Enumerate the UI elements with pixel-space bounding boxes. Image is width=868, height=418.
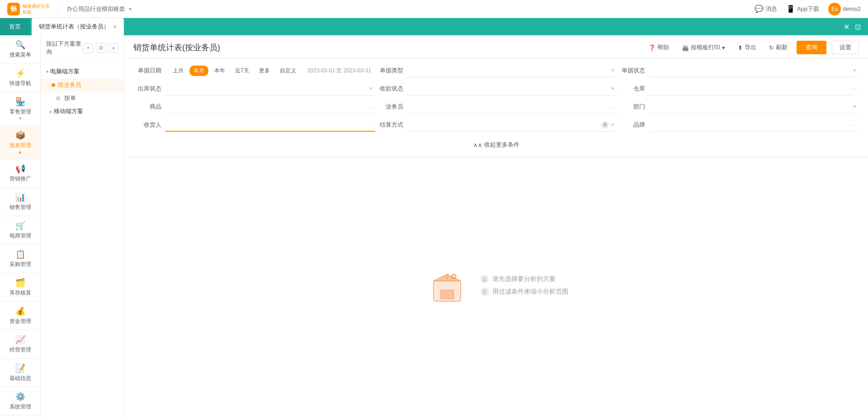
sidebar-item-finance[interactable]: 💰 资金管理 [0,302,40,330]
payment-status-input-wrap[interactable]: ▾ [407,82,617,95]
sidebar-item-retail[interactable]: 🏪 零售管理 ▾ [0,92,40,126]
sidebar-item-system[interactable]: ⚙️ 系统管理 [0,387,40,416]
top-nav-right: 💬 消息 📱 App下载 Ea demo2 [755,3,861,15]
tab-home[interactable]: 首页 [0,18,30,35]
collapse-area: ∧∧ 收起更多条件 [133,136,859,152]
settlement-clear-icon[interactable]: ✕ [601,121,609,128]
settlement-input-wrap[interactable]: ✕ ▾ [407,118,617,132]
quick-icon: ⚡ [15,68,25,78]
doc-type-input-wrap[interactable]: ▾ [407,64,617,77]
salesperson-input-wrap[interactable]: ··· [407,100,617,114]
out-status-section: 出库状态 ▾ [133,82,375,95]
top-nav: 畅 畅捷通好生意 标版 办公用品行业模拟账套 ▾ 💬 消息 📱 App下载 Ea… [0,0,868,18]
refresh-label: 刷新 [776,43,788,52]
sidebar-item-ecommerce[interactable]: 🛒 电商管理 [0,216,40,245]
receiver-input-wrap[interactable]: ··· [165,118,375,132]
page-actions: ❓ 帮助 🖨️ 按模板打印 ▾ ⬆ 导出 ↻ 刷新 [645,41,859,54]
window-close-icon[interactable]: ✕ [844,23,849,31]
sidebar-item-operations[interactable]: 📈 经营管理 [0,330,40,359]
export-label: 导出 [745,43,756,52]
schema-item-by-salesperson-label: 按业务员 [58,81,81,89]
date-btn-this-year[interactable]: 本年 [210,66,229,76]
sidebar-item-retail-label: 零售管理 [9,108,31,116]
collapse-btn[interactable]: ∧∧ 收起更多条件 [464,138,528,152]
tab-active[interactable]: 销货单统计表（按业务员） × [32,18,124,35]
print-dropdown-icon: ▾ [722,44,725,51]
sidebar-item-marketing[interactable]: 📢 营销推广 [0,159,40,188]
hint-num-2: 2 [481,288,489,296]
sidebar-item-enterprise[interactable]: 🤝 企业协同 [0,416,40,418]
sidebar-item-sales[interactable]: 📊 销售管理 [0,188,40,216]
sidebar-item-purchase[interactable]: 📋 采购管理 [0,245,40,273]
page-title: 销货单统计表(按业务员) [133,42,220,53]
sidebar-item-inventory[interactable]: 🗂️ 库存核算 [0,273,40,302]
schema-group-mobile-header[interactable]: ▸ 移动端方案 [41,104,124,118]
empty-text-list: 1 请先选择要分析的方案 2 用过滤条件来缩小分析范围 [481,275,568,300]
goods-input-wrap[interactable]: ··· [165,100,375,114]
date-btn-last-month[interactable]: 上月 [169,66,188,76]
department-input-wrap[interactable]: ▾ [649,100,859,114]
schema-sub-item-by-order[interactable]: ⊞ 按单 [41,92,124,104]
query-btn[interactable]: 查询 [797,41,826,54]
sidebar-item-sales-label: 销售管理 [9,204,31,211]
app-download-btn[interactable]: 📱 App下载 [786,5,819,13]
date-btn-7days[interactable]: 近7天 [231,66,253,76]
sidebar-item-search[interactable]: 🔍 搜索菜单 [0,35,40,64]
sidebar-item-basic[interactable]: 📝 基础信息 [0,359,40,387]
nav-divider [58,5,58,14]
add-schema-btn[interactable]: + [83,43,93,53]
empty-state: 1 请先选择要分析的方案 2 用过滤条件来缩小分析范围 [124,157,868,418]
message-btn[interactable]: 💬 消息 [755,5,777,13]
receiver-dots-icon: ··· [364,121,375,128]
hint-text-1: 请先选择要分析的方案 [492,275,556,283]
main-layout: 🔍 搜索菜单 ⚡ 快捷导航 🏪 零售管理 ▾ 📦 批发管理 ▲ 📢 营销推广 📊… [0,35,868,418]
nav-dropdown[interactable]: ▾ [129,6,132,12]
tab-home-label: 首页 [9,23,21,31]
sidebar-item-quick-label: 快捷导航 [9,80,31,87]
sidebar-item-wholesale[interactable]: 📦 批发管理 ▲ [0,126,40,159]
print-label: 按模板打印 [691,43,720,52]
goods-section: 商品 ··· [133,100,375,114]
doc-status-input-wrap[interactable]: ▾ [649,64,859,77]
sidebar-item-ecommerce-label: 电商管理 [9,232,31,240]
logo-area: 畅 畅捷通好生意 标版 [7,3,50,15]
collapse-panel-btn[interactable]: « [108,43,118,53]
logo-text: 畅捷通好生意 标版 [23,3,50,15]
settings-btn[interactable]: 设置 [832,41,859,54]
salesperson-label: 业务员 [375,103,407,111]
sidebar-item-finance-label: 资金管理 [9,318,31,325]
empty-illustration [425,265,470,310]
schema-group-pc: ▾ 电脑端方案 按业务员 ⊞ 按单 [41,65,124,104]
payment-status-dropdown-icon: ▾ [609,85,617,92]
brand-dots-icon: ··· [848,121,859,128]
help-btn[interactable]: ❓ 帮助 [645,42,673,53]
warehouse-input-wrap[interactable]: ··· [649,82,859,95]
salesperson-dots-icon: ··· [606,103,617,110]
window-expand-icon[interactable]: ⊡ [855,23,861,31]
left-panel-title: 按以下方案查询 [46,40,83,56]
payment-status-section: 收款状态 ▾ [375,82,617,95]
schema-group-pc-header[interactable]: ▾ 电脑端方案 [41,65,124,78]
tab-close-icon[interactable]: × [113,23,117,30]
user-area[interactable]: Ea demo2 [828,3,861,15]
brand-input-wrap[interactable]: ··· [649,118,859,132]
date-btn-this-month[interactable]: 本月 [189,66,208,76]
schema-settings-btn[interactable]: ⚙ [96,43,106,53]
export-btn[interactable]: ⬆ 导出 [734,42,760,53]
warehouse-dots-icon: ··· [848,85,859,92]
empty-hint-1: 1 请先选择要分析的方案 [481,275,568,283]
date-btn-custom[interactable]: 自定义 [276,66,300,76]
schema-group-mobile: ▸ 移动端方案 [41,104,124,118]
filter-row-4: 收货人 ··· 结算方式 ✕ ▾ [133,118,859,132]
retail-expand: ▾ [19,116,21,121]
filter-row-1: 单据日期 上月 本月 本年 近7天 更多 自定义 2023-03-01 至 20… [133,64,859,77]
schema-item-by-salesperson[interactable]: 按业务员 [41,78,124,92]
sidebar-item-quick[interactable]: ⚡ 快捷导航 [0,64,40,92]
print-btn[interactable]: 🖨️ 按模板打印 ▾ [678,42,729,53]
date-btn-more[interactable]: 更多 [255,66,274,76]
date-label: 单据日期 [133,66,165,75]
tab-bar: 首页 销货单统计表（按业务员） × ✕ ⊡ [0,18,868,35]
right-panel: 销货单统计表(按业务员) ❓ 帮助 🖨️ 按模板打印 ▾ ⬆ 导出 [124,35,868,418]
refresh-btn[interactable]: ↻ 刷新 [765,42,791,53]
out-status-input-wrap[interactable]: ▾ [165,82,375,95]
